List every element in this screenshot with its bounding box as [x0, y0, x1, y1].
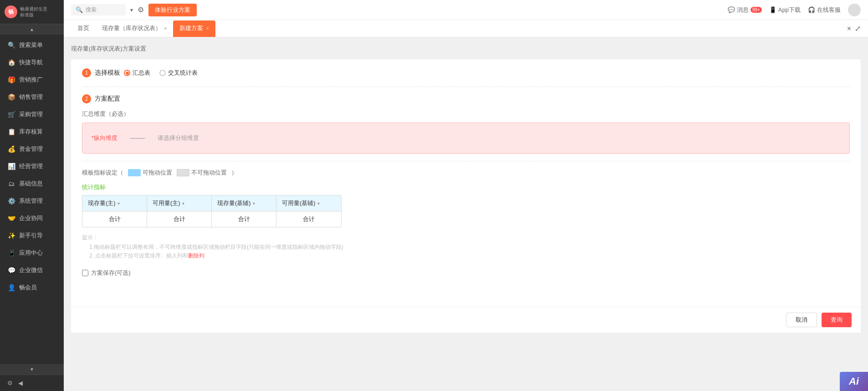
sidebar-item-quick-nav[interactable]: 🏠 快捷导航 [0, 54, 64, 71]
stats-table: 现存量(主) ▾ 可用量(主) ▾ 现存量(基辅) ▾ [82, 195, 342, 227]
drag-indicator: 可拖动位置 [128, 169, 172, 177]
step2-header: 2 方案配置 [82, 94, 850, 103]
member-icon: 👤 [7, 283, 15, 292]
step-divider-1 [82, 87, 850, 87]
dim-arrow-icon: —— [130, 134, 145, 142]
messages-button[interactable]: 💬 消息 99+ [728, 6, 762, 14]
sidebar-item-inventory[interactable]: 📋 库存核算 [0, 123, 64, 140]
topbar: 🔍 搜索 ▾ ⚙ 体验行业方案 💬 消息 99+ 📱 App下载 🎧 在线客服 [64, 0, 868, 20]
tip-2: 2. 点击标题栏下拉可设置排序、插入列和删除列 [82, 252, 850, 260]
system-icon: ⚙️ [7, 197, 15, 205]
sidebar-item-guide[interactable]: ✨ 新手引导 [0, 227, 64, 244]
step1-title: 选择模板 [95, 69, 120, 77]
content-area: 现存量(库存状况表)方案设置 1 选择模板 汇总表 [64, 37, 868, 391]
online-service-button[interactable]: 🎧 在线客服 [808, 6, 841, 14]
query-button[interactable]: 查询 [822, 313, 852, 327]
tab-inventory-close[interactable]: × [164, 26, 167, 31]
sidebar-item-sales[interactable]: 📦 销售管理 [0, 88, 64, 106]
sidebar-item-member[interactable]: 👤 畅会员 [0, 279, 64, 296]
gift-icon: 🎁 [7, 76, 15, 84]
cooperation-icon: 🤝 [7, 214, 15, 222]
stats-col-2-header[interactable]: 可用量(主) ▾ [147, 196, 212, 211]
topbar-dropdown-icon[interactable]: ▾ [130, 7, 133, 13]
logo-icon: 畅 [5, 5, 17, 18]
vertical-dim-required: *纵向维度 [92, 134, 117, 142]
step1-section: 1 选择模板 汇总表 交叉统计表 [82, 68, 850, 77]
step2-section: 2 方案配置 汇总维度（必选） *纵向维度 —— 请选择分组维度 模板指标设定（ [82, 94, 850, 260]
tips-title: 提示： [82, 234, 850, 242]
sidebar-item-cooperation[interactable]: 🤝 企业协同 [0, 210, 64, 227]
collapse-icon[interactable]: ◀ [18, 380, 23, 386]
stats-cell-4: 合计 [276, 211, 341, 227]
tab-inventory-status[interactable]: 现存量（库存状况表） × [96, 21, 173, 37]
tip2-highlight: 删除列 [188, 252, 204, 259]
tip-1: 1.拖动标题栏可以调整布局，不可跨维度或指标区域拖动栏目字段(只能在同一维度或指… [82, 243, 850, 251]
stats-col-3-header[interactable]: 现存量(基辅) ▾ [212, 196, 276, 211]
col1-chevron-icon: ▾ [117, 201, 120, 206]
nodrag-block-icon [177, 169, 189, 176]
step2-title: 方案配置 [95, 95, 120, 103]
stats-body-row: 合计 合计 合计 合计 [82, 211, 341, 227]
tabs-bar: 首页 现存量（库存状况表） × 新建方案 × × ⤢ [64, 20, 868, 37]
stats-col-1-header[interactable]: 现存量(主) ▾ [82, 196, 147, 211]
sidebar: 畅 畅康通好生意 标准版 ▲ 🔍 搜索菜单 🏠 快捷导航 🎁 营销推广 📦 销售… [0, 0, 64, 391]
sidebar-item-operations[interactable]: 📊 经营管理 [0, 158, 64, 175]
radio-summary[interactable]: 汇总表 [124, 69, 150, 77]
radio-cross[interactable]: 交叉统计表 [159, 69, 198, 77]
col4-chevron-icon: ▾ [317, 201, 320, 206]
topbar-right: 💬 消息 99+ 📱 App下载 🎧 在线客服 [728, 4, 861, 16]
step2-number: 2 [82, 94, 91, 103]
topbar-gear-icon[interactable]: ⚙ [138, 5, 144, 14]
sidebar-scroll-down[interactable]: ▼ [0, 365, 64, 373]
drag-block-icon [128, 169, 141, 176]
message-icon: 💬 [728, 6, 735, 13]
stats-section-label: 统计指标 [82, 183, 850, 191]
stats-col-4-header[interactable]: 可用量(基辅) ▾ [276, 196, 341, 211]
tab-maximize[interactable]: ⤢ [855, 24, 861, 33]
cancel-button[interactable]: 取消 [786, 313, 817, 327]
page-title: 现存量(库存状况表)方案设置 [71, 45, 861, 53]
topbar-search-box[interactable]: 🔍 搜索 [71, 4, 126, 15]
wechat-icon: 💬 [7, 266, 15, 274]
guide-icon: ✨ [7, 232, 15, 240]
basic-info-icon: 🗂 [7, 180, 15, 188]
tabs-actions: × ⤢ [847, 24, 861, 33]
col3-chevron-icon: ▾ [253, 201, 255, 206]
vertical-dim-placeholder: 请选择分组维度 [158, 134, 199, 142]
radio-summary-dot [126, 72, 129, 75]
settings-icon[interactable]: ⚙ [7, 380, 13, 386]
stats-header-row: 现存量(主) ▾ 可用量(主) ▾ 现存量(基辅) ▾ [82, 196, 341, 211]
ai-badge[interactable]: Ai [840, 372, 868, 391]
dimension-box[interactable]: *纵向维度 —— 请选择分组维度 [82, 123, 850, 154]
logo-text: 畅康通好生意 标准版 [20, 6, 47, 18]
sidebar-item-wechat[interactable]: 💬 企业微信 [0, 262, 64, 279]
sidebar-item-search[interactable]: 🔍 搜索菜单 [0, 36, 64, 54]
stats-cell-2: 合计 [147, 211, 212, 227]
radio-summary-circle [124, 70, 130, 76]
step1-number: 1 [82, 68, 91, 77]
user-avatar[interactable] [848, 4, 861, 16]
tab-home[interactable]: 首页 [71, 21, 96, 37]
sidebar-item-system[interactable]: ⚙️ 系统管理 [0, 192, 64, 210]
save-option: 方案保存(可选) [82, 269, 850, 277]
sidebar-item-app-center[interactable]: 📱 应用中心 [0, 244, 64, 262]
stats-section: 统计指标 现存量(主) ▾ 可用量(主) ▾ [82, 183, 850, 227]
indicator-settings-label: 模板指标设定（ 可拖动位置 不可拖动位置 ） [82, 169, 850, 177]
purchase-icon: 🛒 [7, 110, 15, 118]
sidebar-item-purchase[interactable]: 🛒 采购管理 [0, 106, 64, 123]
sidebar-item-finance[interactable]: 💰 资金管理 [0, 140, 64, 158]
sidebar-item-marketing[interactable]: 🎁 营销推广 [0, 71, 64, 88]
tab-new-plan[interactable]: 新建方案 × [173, 21, 215, 37]
tab-new-plan-close[interactable]: × [206, 26, 209, 31]
save-checkbox[interactable] [82, 270, 88, 276]
inventory-icon: 📋 [7, 128, 15, 136]
tab-window-close[interactable]: × [847, 24, 851, 33]
step2-divider [82, 161, 850, 161]
phone-icon: 📱 [769, 6, 776, 13]
topbar-search-placeholder: 搜索 [86, 6, 97, 14]
trial-button[interactable]: 体验行业方案 [148, 4, 197, 16]
sidebar-scroll-up[interactable]: ▲ [0, 26, 64, 33]
app-download-button[interactable]: 📱 App下载 [769, 6, 801, 14]
sidebar-item-basic-info[interactable]: 🗂 基础信息 [0, 175, 64, 192]
sidebar-footer: ⚙ ◀ [0, 375, 64, 391]
